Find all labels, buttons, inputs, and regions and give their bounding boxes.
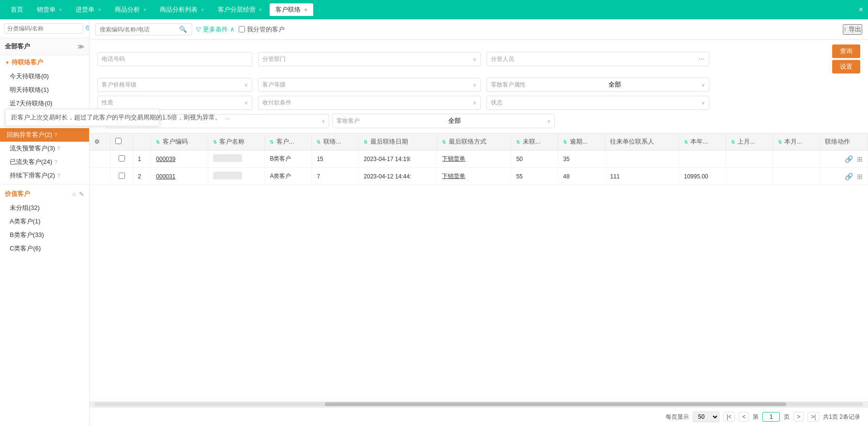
page-number-input[interactable] <box>762 412 780 422</box>
row1-grid-icon[interactable]: ⊞ <box>857 155 863 163</box>
customer-type-col-header[interactable]: ⇅ 客户... <box>265 133 312 150</box>
row1-last-method[interactable]: 下销货单 <box>437 150 511 168</box>
row2-grid-icon[interactable]: ⊞ <box>857 173 863 180</box>
row2-this-year: 10995.00 <box>679 168 726 185</box>
sidebar-search-input[interactable] <box>4 23 83 34</box>
close-tab-segment[interactable]: × <box>259 7 262 13</box>
row2-link-icon[interactable]: 🔗 <box>845 173 853 180</box>
query-button[interactable]: 查询 <box>832 44 860 58</box>
retail-customer-field[interactable]: 零散客户 全部 ∨ <box>332 114 555 128</box>
phone-field[interactable]: 电话号码 <box>97 52 252 66</box>
lost-predict-help-icon[interactable]: ? <box>57 146 60 151</box>
prev-page-button[interactable]: < <box>739 412 749 422</box>
tab-customer-segment[interactable]: 客户分层经营 × <box>212 3 268 16</box>
pending-arrow-icon: ▼ <box>5 60 10 65</box>
sidebar-item-c-class[interactable]: C类客户(6) <box>0 242 89 255</box>
tab-product-analysis[interactable]: 商品分析 × <box>109 3 152 16</box>
collapse-sidebar-icon[interactable]: ≫ <box>77 43 84 50</box>
pending-group-label[interactable]: ▼ 待联络客户 <box>0 55 89 70</box>
row2-code[interactable]: 000031 <box>151 168 208 185</box>
status-arrow: ∨ <box>701 100 705 105</box>
close-tab-contact[interactable]: × <box>304 7 307 13</box>
tab-sales-order[interactable]: 销货单 × <box>31 3 68 16</box>
my-customers-checkbox[interactable] <box>239 26 245 32</box>
per-page-select[interactable]: 50 100 200 <box>693 411 719 422</box>
customer-name-col-header[interactable]: ⇅ 客户名称 <box>208 133 265 150</box>
last-month-col-header[interactable]: ⇅ 上月... <box>726 133 773 150</box>
close-tab-sales[interactable]: × <box>59 7 62 13</box>
repurchase-help-icon[interactable]: ? <box>54 132 57 138</box>
row1-select-checkbox[interactable] <box>119 155 125 162</box>
tab-customer-contact[interactable]: 客户联络 × <box>270 3 313 16</box>
close-tab-product-analysis[interactable]: × <box>143 7 146 13</box>
sidebar-item-b-class[interactable]: B类客户(33) <box>0 228 89 242</box>
export-button[interactable]: ↑ 导出 <box>843 24 863 35</box>
sidebar-item-a-class[interactable]: A类客户(1) <box>0 215 89 228</box>
row2-last-method[interactable]: 下销货单 <box>437 168 511 185</box>
last-contact-method-col-header[interactable]: ⇅ 最后联络方式 <box>437 133 511 150</box>
first-page-button[interactable]: |< <box>723 412 735 422</box>
customer-level-field[interactable]: 客户等级 ∨ <box>258 78 481 92</box>
row2-actions: 🔗 ⊞ <box>820 168 868 185</box>
close-tab-product-list[interactable]: × <box>201 7 204 13</box>
last-page-button[interactable]: >| <box>807 412 819 422</box>
settings-col-header[interactable]: ⚙ <box>90 133 110 150</box>
this-month-col-header[interactable]: ⇅ 本月... <box>773 133 820 150</box>
sidebar-item-continuous-down[interactable]: 持续下滑客户(2) ? <box>0 169 89 182</box>
manager-field[interactable]: 分管人员 ··· <box>487 52 709 66</box>
main-layout: 🔍 全部客户 ≫ ▼ 待联络客户 今天待联络(0) 明天待联络(1) 近7天待联… <box>0 19 868 426</box>
settings-button[interactable]: 设置 <box>832 60 860 73</box>
payment-field[interactable]: 收付款条件 ∨ <box>258 96 481 110</box>
sort-name-icon: ⇅ <box>213 139 217 145</box>
search-icon[interactable]: 🔍 <box>179 26 187 33</box>
table-row: 1 000039 B类客户 15 2023-04-17 14:19: 下销货单 … <box>90 150 868 168</box>
department-field[interactable]: 分管部门 ∨ <box>258 52 481 66</box>
sidebar-item-tomorrow[interactable]: 明天待联络(1) <box>0 83 89 97</box>
sidebar-item-ungroup[interactable]: 未分组(32) <box>0 201 89 215</box>
tooltip-more[interactable]: ... <box>225 114 229 121</box>
row1-link-icon[interactable]: 🔗 <box>845 155 853 163</box>
row2-overdue: 48 <box>558 168 605 185</box>
select-all-checkbox[interactable] <box>115 138 122 144</box>
search-box[interactable]: 🔍 <box>95 23 192 35</box>
continuous-down-help-icon[interactable]: ? <box>57 173 60 178</box>
sidebar-item-lost-predict[interactable]: 流失预警客户(3) ? <box>0 142 89 155</box>
window-close-button[interactable]: × <box>859 5 863 14</box>
more-conditions-button[interactable]: ▽ 更多条件 ∧ <box>196 25 235 34</box>
next-page-button[interactable]: > <box>793 412 804 422</box>
tab-product-analysis-list[interactable]: 商品分析列表 × <box>154 3 210 16</box>
price-level-field[interactable]: 客户价格等级 ∨ <box>97 78 252 92</box>
close-tab-purchase[interactable]: × <box>98 7 101 13</box>
sidebar-search-icon[interactable]: 🔍 <box>85 25 90 32</box>
value-group-radio-icon[interactable]: ○ <box>72 191 76 198</box>
status-field[interactable]: 状态 ∨ <box>487 96 709 110</box>
search-input[interactable] <box>100 26 177 33</box>
gender-field[interactable]: 性质 ∨ <box>97 96 252 110</box>
nav-home[interactable]: 首页 <box>5 3 29 16</box>
customer-code-col-header[interactable]: ⇅ 客户编码 <box>151 133 208 150</box>
scroll-thumb[interactable] <box>325 402 786 406</box>
this-year-col-header[interactable]: ⇅ 本年... <box>679 133 726 150</box>
row1-type: B类客户 <box>265 150 312 168</box>
manager-ellipsis[interactable]: ··· <box>699 55 705 63</box>
row2-select-checkbox[interactable] <box>119 173 125 179</box>
contact-action-col-header: 联络动作 <box>820 133 868 150</box>
sidebar-item-today[interactable]: 今天待联络(0) <box>0 70 89 83</box>
row1-this-year <box>679 150 726 168</box>
already-lost-help-icon[interactable]: ? <box>54 159 57 165</box>
tab-purchase-order[interactable]: 进货单 × <box>70 3 107 16</box>
sidebar-item-7days[interactable]: 近7天待联络(0) <box>0 97 89 110</box>
value-group-edit-icon[interactable]: ✎ <box>79 191 84 198</box>
value-group-header[interactable]: 价值客户 ○ ✎ <box>0 187 89 201</box>
retail-attr-field[interactable]: 零散客户属性 全部 ∨ <box>487 77 709 92</box>
overdue-col-header[interactable]: ⇅ 逾期... <box>558 133 605 150</box>
unreached-col-header[interactable]: ⇅ 未联... <box>511 133 558 150</box>
sidebar-item-repurchase-abnormal[interactable]: 回购异常客户(2) ? <box>0 128 89 142</box>
contact-count-col-header[interactable]: ⇅ 联络... <box>312 133 359 150</box>
row1-code[interactable]: 000039 <box>151 150 208 168</box>
horizontal-scrollbar[interactable] <box>90 401 868 407</box>
row1-this-month <box>773 150 820 168</box>
row1-overdue: 35 <box>558 150 605 168</box>
sidebar-item-already-lost[interactable]: 已流失客户(24) ? <box>0 155 89 169</box>
last-contact-date-col-header[interactable]: ⇅ 最后联络日期 <box>359 133 437 150</box>
